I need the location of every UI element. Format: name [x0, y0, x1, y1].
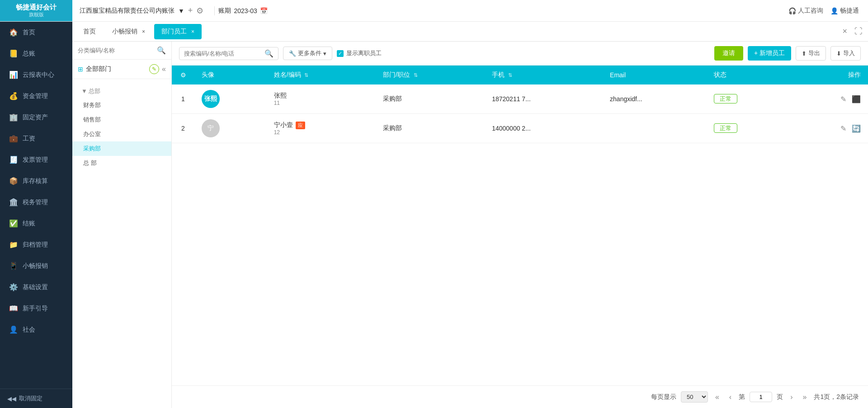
sidebar-label-ledger: 总账: [23, 50, 35, 58]
row2-edit-icon[interactable]: ✎: [840, 124, 846, 133]
next-page-button[interactable]: ›: [788, 392, 795, 402]
sidebar-label-guide: 新手引导: [23, 305, 48, 313]
company-selector[interactable]: 江西服宝精品有限责任公司内账张 ▼ + ⚙: [72, 6, 211, 16]
dept-item-sales[interactable]: 销售部: [72, 113, 171, 127]
grid-icon: ⊞: [78, 66, 83, 73]
sidebar-item-reports[interactable]: 📊 云报表中心: [0, 64, 72, 85]
table-header: ⚙ 头像 姓名/编码 ⇅ 部门/职位 ⇅ 手机 ⇅ Email 状态 操作: [172, 66, 868, 84]
all-dept-text: 全部部门: [86, 65, 111, 73]
sidebar-item-tax[interactable]: 🏛️ 税务管理: [0, 192, 72, 213]
row2-refresh-icon[interactable]: 🔄: [852, 124, 861, 133]
th-phone[interactable]: 手机 ⇅: [485, 66, 603, 84]
dept-edit-button[interactable]: ✎: [149, 64, 159, 74]
inner-layout: 🔍 ⊞ 全部部门 ✎ « ▼ 总部 财务部 销售: [72, 42, 868, 408]
dept-item-finance[interactable]: 财务部: [72, 98, 171, 113]
row2-name-code: 宁小壹 应 12: [274, 121, 368, 136]
company-dropdown-icon[interactable]: ▼: [178, 7, 184, 14]
more-filter-button[interactable]: 🔧 更多条件 ▾: [283, 47, 332, 60]
sidebar-item-guide[interactable]: 📖 新手引导: [0, 298, 72, 319]
dept-item-hq[interactable]: 总 部: [72, 156, 171, 170]
sidebar-item-archive[interactable]: 📁 归档管理: [0, 234, 72, 255]
add-employee-label: + 新增员工: [754, 49, 785, 57]
page-number-input[interactable]: [750, 392, 772, 402]
filter-label: 更多条件: [298, 49, 321, 57]
add-company-icon[interactable]: +: [188, 6, 193, 15]
first-page-button[interactable]: «: [712, 392, 722, 402]
period-area: 账期 2023-03 📅: [218, 7, 267, 15]
last-page-button[interactable]: »: [800, 392, 810, 402]
close-tab-button[interactable]: ×: [840, 25, 849, 38]
row1-edit-icon[interactable]: ✎: [840, 95, 846, 103]
sidebar-item-invoice[interactable]: 🧾 发票管理: [0, 149, 72, 170]
settings-icon[interactable]: ⚙: [196, 6, 203, 16]
tab-expense-label: 小畅报销: [112, 28, 137, 36]
row1-status: 正常: [707, 84, 791, 114]
dept-search-icon[interactable]: 🔍: [157, 46, 166, 55]
th-name[interactable]: 姓名/编码 ⇅: [267, 66, 376, 84]
user-profile-button[interactable]: 👤 畅捷通: [830, 7, 859, 15]
tab-dept-close[interactable]: ×: [191, 28, 194, 35]
tab-home[interactable]: 首页: [76, 24, 103, 39]
support-button[interactable]: 🎧 人工咨询: [788, 7, 823, 15]
guide-icon: 📖: [9, 304, 18, 313]
dept-panel: 🔍 ⊞ 全部部门 ✎ « ▼ 总部 财务部 销售: [72, 42, 172, 408]
row2-name: 宁小壹: [274, 121, 293, 129]
sidebar-item-assets[interactable]: 🏢 固定资产: [0, 107, 72, 128]
settings-sidebar-icon: ⚙️: [9, 283, 18, 291]
search-icon[interactable]: 🔍: [264, 49, 274, 58]
row2-action-icons: ✎ 🔄: [798, 124, 861, 133]
add-employee-button[interactable]: + 新增员工: [748, 46, 791, 61]
prev-page-button[interactable]: ‹: [726, 392, 734, 402]
sidebar-item-home[interactable]: 🏠 首页: [0, 22, 72, 43]
th-settings[interactable]: ⚙: [172, 66, 194, 84]
table: ⚙ 头像 姓名/编码 ⇅ 部门/职位 ⇅ 手机 ⇅ Email 状态 操作: [172, 66, 868, 143]
sidebar-item-checkout[interactable]: ✅ 结账: [0, 213, 72, 234]
export-button[interactable]: ⬆ 导出: [796, 46, 826, 61]
social-icon: 👤: [9, 325, 18, 334]
row1-email: zhangxidf...: [603, 84, 707, 114]
header-separator: [214, 6, 215, 15]
sidebar-item-inventory[interactable]: 📦 库存核算: [0, 170, 72, 192]
tab-dept-employee[interactable]: 部门员工 ×: [154, 24, 202, 39]
filter-icon: 🔧: [289, 50, 296, 57]
page-size-select[interactable]: 50 10 20 100: [681, 391, 708, 403]
row1-avatar: 张熙: [194, 84, 267, 114]
tax-icon: 🏛️: [9, 198, 18, 206]
show-resigned-checkbox[interactable]: ✓: [337, 50, 344, 57]
th-dept[interactable]: 部门/职位 ⇅: [376, 66, 485, 84]
toolbar-right: 邀请 + 新增员工 ⬆ 导出 ⬇ 导入: [714, 46, 861, 61]
sidebar-item-settings[interactable]: ⚙️ 基础设置: [0, 277, 72, 298]
import-button[interactable]: ⬇ 导入: [830, 46, 861, 61]
logo-subtitle: 旗舰版: [29, 11, 44, 18]
avatar-ning: 宁: [202, 119, 220, 137]
page-suffix: 页: [777, 393, 783, 401]
row2-tag: 应: [296, 122, 305, 129]
sidebar-item-social[interactable]: 👤 社会: [0, 319, 72, 340]
unpin-button[interactable]: ◀◀ 取消固定: [0, 389, 72, 408]
maximize-tab-button[interactable]: ⛶: [853, 25, 864, 38]
show-resigned-toggle[interactable]: ✓ 显示离职员工: [337, 49, 382, 57]
logo-title: 畅捷通好会计: [16, 3, 57, 11]
dept-collapse-button[interactable]: «: [162, 64, 166, 74]
row1-logout-icon[interactable]: ⬛: [852, 95, 861, 103]
tab-expense-close[interactable]: ×: [142, 28, 145, 35]
row2-status: 正常: [707, 114, 791, 143]
all-dept-label[interactable]: ⊞ 全部部门: [78, 65, 111, 73]
row1-status-badge: 正常: [714, 94, 737, 103]
invite-button[interactable]: 邀请: [714, 46, 743, 61]
row1-phone: 18720211 7...: [485, 84, 603, 114]
sidebar-item-funds[interactable]: 💰 资金管理: [0, 85, 72, 107]
dept-item-office[interactable]: 办公室: [72, 127, 171, 141]
employee-search-input[interactable]: [184, 50, 262, 57]
pagination: 每页显示 50 10 20 100 « ‹ 第 页 › » 共1页，2条记录: [172, 385, 868, 408]
sidebar-item-salary[interactable]: 💼 工资: [0, 128, 72, 149]
sidebar-item-ledger[interactable]: 📒 总账: [0, 43, 72, 64]
dept-search-input[interactable]: [78, 47, 154, 54]
row2-avatar: 宁: [194, 114, 267, 143]
tab-expense[interactable]: 小畅报销 ×: [105, 24, 152, 39]
sidebar-item-expense[interactable]: 📱 小畅报销: [0, 255, 72, 277]
tab-dept-label: 部门员工: [161, 28, 187, 36]
calendar-icon[interactable]: 📅: [260, 7, 268, 14]
dept-item-purchase[interactable]: 采购部: [72, 141, 171, 156]
row2-index: 2: [172, 114, 194, 143]
